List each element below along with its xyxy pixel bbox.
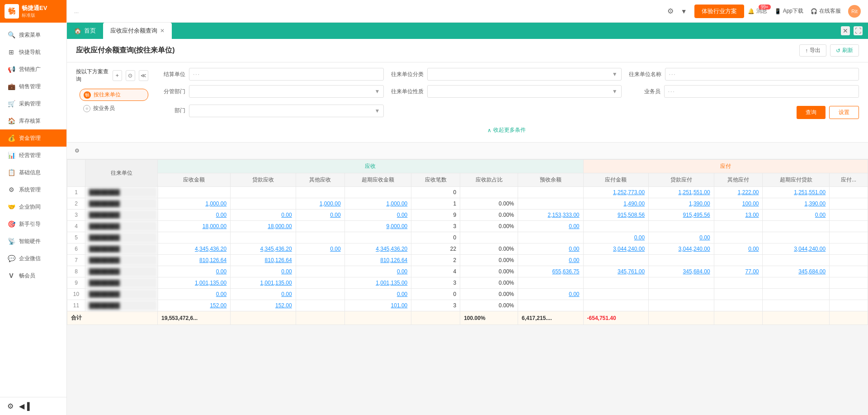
table-cell-ap_other[interactable]: 77.00 [714,266,763,277]
promo-btn[interactable]: 体验行业方案 [694,5,744,18]
table-cell-ap_overdue[interactable]: 0.00 [763,210,830,221]
table-cell-ar_amount[interactable]: 152.00 [158,300,231,311]
sidebar-item-hardware[interactable]: 📡 智能硬件 [0,233,66,250]
sidebar-item-operations[interactable]: 📊 经营管理 [0,147,66,164]
table-cell-ap_overdue[interactable]: 1,390.00 [763,198,830,210]
table-cell-ar_other[interactable]: 0.00 [296,210,344,221]
dropdown-btn[interactable]: ▼ [681,8,687,15]
table-cell-ap_overdue[interactable]: 345,684.00 [763,266,830,277]
table-cell-ap_amount[interactable]: 0.00 [583,232,649,243]
support-btn[interactable]: 🎧 在线客服 [811,7,841,15]
filter-tab-salesman[interactable]: ○ 按业务员 [80,103,148,114]
table-cell-ar_loan[interactable]: 4,345,436.20 [231,243,296,255]
sidebar-item-corp[interactable]: 🤝 企业协同 [0,198,66,215]
collapse-more-btn[interactable]: ∧ 收起更多条件 [154,124,859,137]
partner-name-input[interactable]: ··· [665,68,859,81]
window-expand-btn[interactable]: ⛶ [854,26,863,35]
filter-tab-partner[interactable]: 畅 按往来单位 [80,89,148,101]
table-cell-ar_prepaid[interactable]: 0.00 [518,255,584,266]
table-cell-ar_amount[interactable]: 18,000.00 [158,221,231,232]
table-cell-ar_prepaid[interactable]: 0.00 [518,289,584,300]
salesman-input[interactable]: ··· [664,85,859,98]
refresh-btn[interactable]: ↺ 刷新 [830,44,859,57]
company-input[interactable]: ··· [189,68,384,81]
export-btn[interactable]: ↑ 导出 [799,44,826,57]
table-cell-ap_other[interactable]: 0.00 [714,243,763,255]
table-cell-ar_loan[interactable]: 18,000.00 [231,221,296,232]
table-cell-ar_overdue[interactable]: 1,000.00 [344,198,411,210]
table-cell-ar_amount[interactable]: 0.00 [158,289,231,300]
sidebar-item-system[interactable]: ⚙ 系统管理 [0,181,66,198]
table-cell-ap_loan[interactable]: 915,495.56 [649,210,714,221]
subdept-input[interactable]: ▼ [189,105,384,117]
table-cell-ar_prepaid[interactable]: 0.00 [518,243,584,255]
sidebar-item-finance[interactable]: 💰 资金管理 [0,129,66,147]
filter-add-btn[interactable]: + [113,70,122,81]
sidebar-item-vip[interactable]: V 畅会员 [0,267,66,284]
partner-type-input[interactable]: ▼ [427,68,621,81]
table-cell-ar_overdue[interactable]: 1,001,135.00 [344,277,411,289]
table-cell-ap_loan[interactable]: 1,390.00 [649,198,714,210]
sidebar-item-sales[interactable]: 💼 销售管理 [0,78,66,95]
table-cell-ap_loan[interactable]: 3,044,240.00 [649,243,714,255]
table-cell-ar_loan[interactable]: 1,001,135.00 [231,277,296,289]
table-cell-ap_amount[interactable]: 1,490.00 [583,198,649,210]
table-cell-ar_prepaid[interactable]: 0.00 [518,221,584,232]
sidebar-item-guide[interactable]: 🎯 新手引导 [0,215,66,233]
sidebar-item-search[interactable]: 🔍 搜索菜单 [0,26,66,43]
table-cell-ap_loan[interactable]: 1,251,551.00 [649,187,714,198]
table-cell-ap_amount[interactable]: 915,508.56 [583,210,649,221]
filter-collapse-btn[interactable]: ≪ [139,70,148,81]
sidebar-item-marketing[interactable]: 📢 营销推广 [0,61,66,78]
table-cell-ar_amount[interactable]: 0.00 [158,266,231,277]
table-cell-ar_loan[interactable]: 810,126.64 [231,255,296,266]
table-cell-ap_other[interactable]: 13.00 [714,210,763,221]
table-cell-ap_amount[interactable]: 3,044,240.00 [583,243,649,255]
sidebar-item-wechat[interactable]: 💬 企业微信 [0,250,66,267]
table-cell-ar_other[interactable]: 0.00 [296,243,344,255]
table-cell-ar_overdue[interactable]: 0.00 [344,210,411,221]
tab-close-btn[interactable]: ✕ [160,28,165,34]
table-cell-ar_amount[interactable]: 0.00 [158,210,231,221]
sidebar-collapse-btn[interactable]: ◀▐ [19,402,29,410]
table-cell-ap_overdue[interactable]: 1,251,551.00 [763,187,830,198]
table-cell-ar_overdue[interactable]: 0.00 [344,289,411,300]
table-cell-ar_loan[interactable]: 0.00 [231,210,296,221]
table-cell-ar_amount[interactable]: 810,126.64 [158,255,231,266]
table-cell-ar_overdue[interactable]: 9,000.00 [344,221,411,232]
table-cell-ar_overdue[interactable]: 101.00 [344,300,411,311]
table-cell-ap_amount[interactable]: 345,761.00 [583,266,649,277]
table-cell-ar_amount[interactable]: 1,001,135.00 [158,277,231,289]
table-cell-ar_other[interactable]: 1,000.00 [296,198,344,210]
dept-input[interactable]: ▼ [189,85,384,98]
table-cell-ar_loan[interactable]: 0.00 [231,266,296,277]
sidebar-settings-btn[interactable]: ⚙ [7,402,14,410]
table-cell-ar_overdue[interactable]: 0.00 [344,266,411,277]
table-settings-btn[interactable]: ⚙ [72,146,81,155]
table-cell-ap_loan[interactable]: 345,684.00 [649,266,714,277]
table-cell-ar_prepaid[interactable]: 2,153,333.00 [518,210,584,221]
footer-ar-prepaid[interactable]: 6,417,215.... [518,311,584,325]
table-cell-ap_other[interactable]: 100.00 [714,198,763,210]
table-cell-ar_overdue[interactable]: 810,126.64 [344,255,411,266]
partner-nature-input[interactable]: ▼ [427,85,621,98]
table-cell-ar_loan[interactable]: 0.00 [231,289,296,300]
table-cell-ap_amount[interactable]: 1,252,773.00 [583,187,649,198]
table-cell-ar_amount[interactable]: 4,345,436.20 [158,243,231,255]
sidebar-item-warehouse[interactable]: 🏠 库存核算 [0,112,66,129]
footer-ap-amount[interactable]: -654,751.40 [583,311,649,325]
query-btn[interactable]: 查询 [797,106,826,119]
table-cell-ap_other[interactable]: 1,222.00 [714,187,763,198]
sidebar-item-purchase[interactable]: 🛒 采购管理 [0,95,66,112]
user-avatar[interactable]: Rit [848,5,861,18]
sidebar-item-basic[interactable]: 📋 基础信息 [0,164,66,181]
tab-home[interactable]: 🏠 首页 [67,23,103,39]
filter-scheme-btn[interactable]: ⊙ [126,70,135,81]
app-download-btn[interactable]: 📱 App下载 [774,7,803,15]
tab-ar-ap[interactable]: 应收应付余额查询 ✕ [103,23,172,39]
gear-settings-btn[interactable]: ⚙ [667,7,674,15]
table-cell-ar_amount[interactable]: 1,000.00 [158,198,231,210]
window-close-btn[interactable]: ✕ [841,26,850,35]
footer-ar-amount[interactable]: 19,553,472,6... [158,311,231,325]
table-cell-ar_prepaid[interactable]: 655,636.75 [518,266,584,277]
